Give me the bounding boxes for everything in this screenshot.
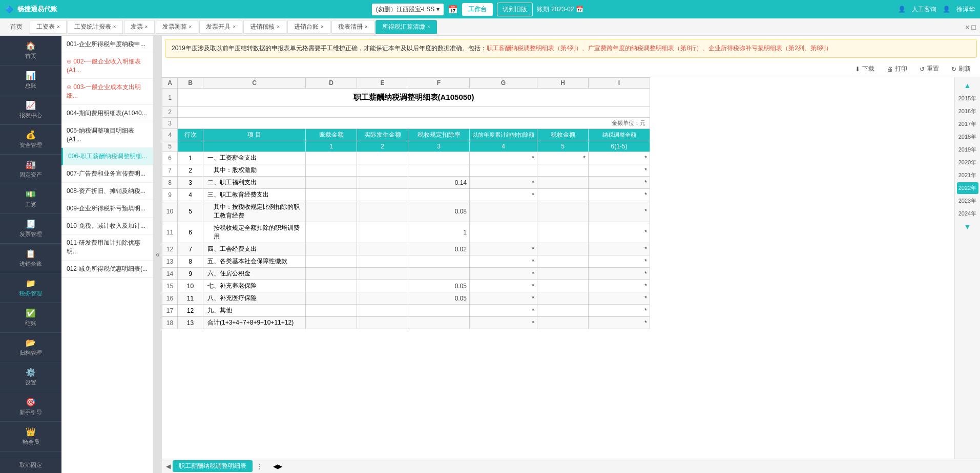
- row17-D[interactable]: [306, 305, 357, 317]
- tab-payroll-stats-close[interactable]: ×: [113, 24, 116, 30]
- sub-nav-item-001[interactable]: 001-企业所得税年度纳税申...: [61, 36, 153, 53]
- tab-invoice-open-close[interactable]: ×: [233, 24, 236, 30]
- row12-E[interactable]: [357, 243, 408, 255]
- sub-nav-item-004[interactable]: 004-期间费用明细表(A1040...: [61, 105, 153, 122]
- tab-invoice[interactable]: 发票 ×: [124, 20, 155, 34]
- support-label[interactable]: 人工客询: [912, 5, 936, 14]
- tab-sales-ledger[interactable]: 进销台账 ×: [287, 20, 330, 34]
- scroll-bar-left[interactable]: ◀: [273, 463, 278, 470]
- sub-nav-item-012[interactable]: 012-减免所得税优惠明细表(...: [61, 261, 153, 278]
- row14-D[interactable]: [306, 268, 357, 280]
- reset-button[interactable]: ↺ 重置: [916, 63, 942, 75]
- refresh-button[interactable]: ↻ 刷新: [948, 63, 974, 75]
- sub-nav-item-005[interactable]: 005-纳税调整项目明细表(A1...: [61, 122, 153, 148]
- collapse-subnav-button[interactable]: «: [154, 36, 162, 473]
- year-2019[interactable]: 2019年: [957, 144, 978, 156]
- year-2016[interactable]: 2016年: [957, 105, 978, 117]
- row10-E[interactable]: [357, 201, 408, 222]
- row6-D[interactable]: [306, 152, 357, 164]
- tab-payroll-close[interactable]: ×: [57, 24, 60, 30]
- sub-nav-item-010[interactable]: 010-免税、减计收入及加计...: [61, 218, 153, 235]
- sub-nav-item-011[interactable]: 011-研发费用加计扣除优惠明...: [61, 234, 153, 261]
- row18-E[interactable]: [357, 317, 408, 329]
- cancel-pin-button[interactable]: 取消固定: [0, 457, 61, 473]
- year-2022[interactable]: 2022年: [957, 182, 978, 194]
- tab-invoice-close[interactable]: ×: [145, 24, 148, 30]
- year-2015[interactable]: 2015年: [957, 93, 978, 104]
- dots-icon[interactable]: ⋮: [257, 463, 263, 470]
- row9-E[interactable]: [357, 189, 408, 201]
- close-icon[interactable]: ×: [965, 23, 969, 31]
- tab-payroll[interactable]: 工资表 ×: [30, 20, 67, 34]
- tab-sales-check[interactable]: 进销稽核 ×: [243, 20, 286, 34]
- row9-D[interactable]: [306, 189, 357, 201]
- print-button[interactable]: 🖨 打印: [884, 63, 910, 75]
- row16-E[interactable]: [357, 292, 408, 305]
- sidebar-item-reports[interactable]: 📈 报表中心: [0, 95, 61, 125]
- tab-home[interactable]: 首页: [4, 20, 29, 33]
- company-selector[interactable]: (勿删）江西股宝-LSS ▾: [372, 4, 444, 15]
- sidebar-item-salary[interactable]: 💵 工资: [0, 184, 61, 214]
- year-nav-up[interactable]: ▲: [962, 79, 973, 92]
- row11-E[interactable]: [357, 222, 408, 243]
- tab-tax-book-close[interactable]: ×: [365, 24, 368, 30]
- maximize-icon[interactable]: □: [972, 23, 976, 31]
- sidebar-item-invoice-mgmt[interactable]: 🧾 发票管理: [0, 214, 61, 244]
- tab-income-tax[interactable]: 所得税汇算清缴 ×: [376, 20, 437, 34]
- sidebar-item-assets[interactable]: 🏭 固定资产: [0, 155, 61, 184]
- year-2020[interactable]: 2020年: [957, 157, 978, 168]
- scroll-bar-right[interactable]: ▶: [278, 463, 282, 470]
- scroll-left-icon[interactable]: ◀: [166, 463, 171, 470]
- row10-D[interactable]: [306, 201, 357, 222]
- row7-D[interactable]: [306, 164, 357, 177]
- sub-nav-item-009[interactable]: 009-企业所得税补亏预填明...: [61, 200, 153, 218]
- row17-E[interactable]: [357, 305, 408, 317]
- tab-tax-book[interactable]: 税表清册 ×: [331, 20, 374, 34]
- sub-nav-item-007[interactable]: 007-广告费和业务宣传费明...: [61, 165, 153, 183]
- sidebar-item-ledger[interactable]: 📊 总账: [0, 66, 61, 95]
- sidebar-item-purchase-ledger[interactable]: 📋 进销台账: [0, 244, 61, 273]
- sidebar-item-settings[interactable]: ⚙️ 设置: [0, 362, 61, 392]
- sidebar-item-guide[interactable]: 🎯 新手引导: [0, 392, 61, 422]
- sidebar-item-funds[interactable]: 💰 资金管理: [0, 125, 61, 155]
- sidebar-item-tax[interactable]: 📁 税务管理: [0, 273, 61, 303]
- row8-E[interactable]: [357, 177, 408, 189]
- row7-E[interactable]: [357, 164, 408, 177]
- year-2017[interactable]: 2017年: [957, 118, 978, 130]
- row13-E[interactable]: [357, 255, 408, 268]
- sidebar-item-home[interactable]: 🏠 首页: [0, 36, 61, 66]
- tab-payroll-stats[interactable]: 工资统计报表 ×: [68, 20, 123, 34]
- tab-sales-check-close[interactable]: ×: [277, 24, 280, 30]
- row15-D[interactable]: [306, 280, 357, 292]
- year-2023[interactable]: 2023年: [957, 195, 978, 207]
- row14-E[interactable]: [357, 268, 408, 280]
- row12-D[interactable]: [306, 243, 357, 255]
- sub-nav-item-006[interactable]: 006-职工薪酬纳税调整明细...: [61, 148, 153, 165]
- row13-D[interactable]: [306, 255, 357, 268]
- tab-invoice-open[interactable]: 发票开具 ×: [199, 20, 242, 34]
- tab-income-tax-close[interactable]: ×: [427, 24, 430, 30]
- row16-D[interactable]: [306, 292, 357, 305]
- download-button[interactable]: ⬇ 下载: [852, 63, 878, 75]
- year-2024[interactable]: 2024年: [957, 208, 978, 220]
- row18-D[interactable]: [306, 317, 357, 329]
- sub-nav-item-008[interactable]: 008-资产折旧、摊销及纳税...: [61, 183, 153, 200]
- row11-D[interactable]: [306, 222, 357, 243]
- table-container[interactable]: A B C D E F G H I: [162, 77, 954, 459]
- row8-D[interactable]: [306, 177, 357, 189]
- row15-E[interactable]: [357, 280, 408, 292]
- sub-nav-item-002[interactable]: ⊙ 002-一般企业收入明细表(A1...: [61, 53, 153, 79]
- sidebar-item-archive[interactable]: 📂 归档管理: [0, 333, 61, 362]
- workspace-button[interactable]: 工作台: [462, 3, 493, 16]
- year-2018[interactable]: 2018年: [957, 131, 978, 143]
- year-2021[interactable]: 2021年: [957, 169, 978, 181]
- sidebar-item-closing[interactable]: ✅ 结账: [0, 303, 61, 333]
- tab-invoice-calc[interactable]: 发票测算 ×: [156, 20, 199, 34]
- switch-old-button[interactable]: 切到旧版: [497, 3, 533, 16]
- tab-sales-ledger-close[interactable]: ×: [321, 24, 324, 30]
- year-nav-down[interactable]: ▼: [962, 221, 973, 233]
- tab-invoice-calc-close[interactable]: ×: [189, 24, 192, 30]
- row6-E[interactable]: [357, 152, 408, 164]
- user-label[interactable]: 徐泽华: [956, 5, 975, 14]
- sidebar-item-member[interactable]: 👑 畅会员: [0, 422, 61, 451]
